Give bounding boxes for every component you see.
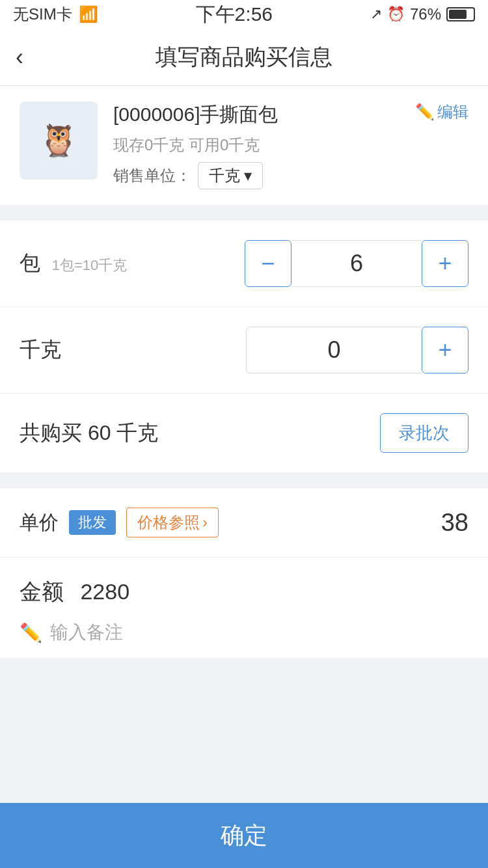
- package-label-group: 包 1包=10千克: [20, 249, 127, 278]
- carrier-text: 无SIM卡: [13, 4, 72, 25]
- package-sublabel: 1包=10千克: [52, 257, 128, 273]
- edit-label: 编辑: [437, 102, 468, 122]
- dropdown-icon: ▾: [244, 167, 252, 185]
- package-label: 包: [20, 251, 40, 275]
- edit-button[interactable]: ✏️ 编辑: [415, 102, 468, 122]
- time-display: 下午2:56: [196, 1, 273, 28]
- edit-icon: ✏️: [415, 103, 435, 121]
- kg-quantity-input[interactable]: [246, 327, 422, 373]
- wholesale-tag: 批发: [69, 510, 116, 535]
- price-label: 单价: [20, 509, 59, 536]
- price-section: 单价 批发 价格参照 › 38: [0, 488, 488, 558]
- kg-quantity-controls: +: [246, 327, 468, 373]
- package-minus-button[interactable]: −: [245, 240, 291, 287]
- price-ref-label: 价格参照: [137, 512, 200, 533]
- status-left: 无SIM卡 📶: [13, 4, 98, 25]
- unit-label: 销售单位：: [113, 165, 191, 186]
- package-quantity-controls: − +: [245, 240, 468, 287]
- page-title: 填写商品购买信息: [156, 42, 332, 72]
- price-reference-button[interactable]: 价格参照 ›: [126, 508, 219, 537]
- pencil-icon: ✏️: [20, 622, 42, 644]
- remark-row[interactable]: ✏️ 输入备注: [20, 620, 468, 645]
- product-image: 🦉: [20, 102, 98, 180]
- nav-bar: ‹ 填写商品购买信息: [0, 29, 488, 86]
- status-right: ↗ ⏰ 76%: [370, 5, 475, 23]
- remark-placeholder: 输入备注: [50, 620, 123, 645]
- kg-plus-button[interactable]: +: [422, 327, 468, 373]
- section-divider-1: [0, 210, 488, 221]
- product-card: 🦉 [0000006]手撕面包 现存0千克 可用0千克 销售单位： 千克 ▾ ✏…: [0, 86, 488, 210]
- kg-label: 千克: [20, 336, 61, 364]
- amount-section: 金额 2280 ✏️ 输入备注: [0, 558, 488, 658]
- unit-selector[interactable]: 千克 ▾: [198, 162, 263, 189]
- amount-value: 2280: [80, 579, 129, 604]
- alarm-icon: ⏰: [387, 6, 405, 23]
- status-bar: 无SIM卡 📶 下午2:56 ↗ ⏰ 76%: [0, 0, 488, 29]
- product-unit-row: 销售单位： 千克 ▾: [113, 162, 468, 189]
- package-quantity-input[interactable]: [291, 240, 422, 287]
- confirm-button[interactable]: 确定: [0, 803, 488, 868]
- back-button[interactable]: ‹: [16, 44, 23, 71]
- product-stock: 现存0千克 可用0千克: [113, 135, 468, 156]
- package-quantity-row: 包 1包=10千克 − +: [0, 221, 488, 307]
- battery-icon: [446, 7, 475, 21]
- unit-value: 千克: [209, 165, 240, 186]
- location-icon: ↗: [370, 6, 382, 23]
- amount-label: 金额: [20, 579, 64, 604]
- price-value: 38: [441, 509, 468, 537]
- section-divider-2: [0, 478, 488, 488]
- package-quantity-section: 包 1包=10千克 − + 千克 +: [0, 221, 488, 394]
- summary-section: 共购买 60 千克 录批次: [0, 394, 488, 478]
- batch-record-button[interactable]: 录批次: [380, 413, 468, 453]
- package-plus-button[interactable]: +: [422, 240, 468, 287]
- wifi-icon: 📶: [79, 5, 98, 23]
- product-logo-icon: 🦉: [39, 122, 78, 159]
- kg-quantity-row: 千克 +: [0, 307, 488, 394]
- battery-percent: 76%: [410, 5, 441, 23]
- summary-text: 共购买 60 千克: [20, 419, 158, 448]
- amount-row: 金额 2280: [20, 577, 468, 607]
- price-ref-arrow-icon: ›: [202, 513, 208, 532]
